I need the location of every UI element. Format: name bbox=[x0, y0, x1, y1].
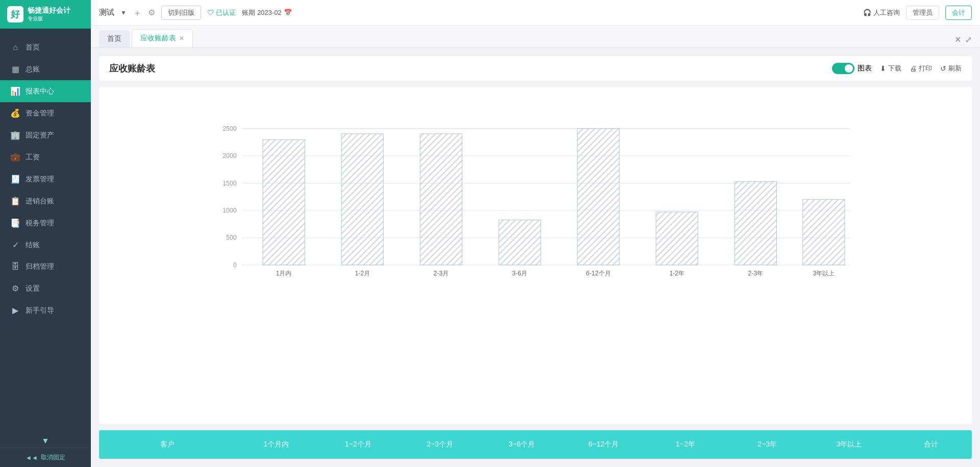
tax-icon: 📑 bbox=[10, 218, 20, 228]
certified-badge: 🛡 已认证 bbox=[207, 8, 236, 17]
bar-1月内 bbox=[263, 139, 305, 265]
col-3-6month: 3~6个月 bbox=[481, 430, 562, 459]
sidebar-item-home[interactable]: ⌂ 首页 bbox=[0, 37, 91, 58]
user-btn[interactable]: 管理员 bbox=[906, 6, 939, 20]
logo-text: 畅捷通好会计 专业版 bbox=[28, 6, 70, 22]
settings-btn[interactable]: ⚙ bbox=[148, 8, 155, 17]
calendar-icon[interactable]: 📅 bbox=[284, 9, 292, 16]
svg-text:0: 0 bbox=[233, 262, 237, 269]
svg-text:6-12个月: 6-12个月 bbox=[586, 270, 611, 277]
sidebar-item-payroll[interactable]: 💼 工资 bbox=[0, 146, 91, 168]
refresh-icon: ↺ bbox=[940, 64, 946, 73]
sidebar-item-settings[interactable]: ⚙ 设置 bbox=[0, 277, 91, 299]
switch-old-version-btn[interactable]: 切到旧版 bbox=[161, 6, 201, 20]
svg-text:2000: 2000 bbox=[223, 152, 237, 159]
app-logo: 好 畅捷通好会计 专业版 bbox=[0, 0, 91, 29]
sidebar-item-tax[interactable]: 📑 税务管理 bbox=[0, 212, 91, 234]
help-btn[interactable]: 🎧 人工咨询 bbox=[863, 8, 900, 17]
tab-expand-btn[interactable]: ⤢ bbox=[965, 35, 972, 44]
app-edition: 专业版 bbox=[28, 15, 70, 22]
cancel-fixed-icon: ◄◄ bbox=[26, 454, 38, 461]
sidebar-item-label: 税务管理 bbox=[26, 219, 54, 228]
chart-area: 0 500 1000 1500 2000 2500 1月内 bbox=[99, 87, 972, 424]
col-2-3month: 2~3个月 bbox=[399, 430, 481, 459]
page-header: 应收账龄表 图表 ⬇ 下载 🖨 打印 ↺ 刷新 bbox=[99, 56, 972, 81]
page-actions: 图表 ⬇ 下载 🖨 打印 ↺ 刷新 bbox=[832, 63, 962, 74]
sidebar-item-label: 资金管理 bbox=[26, 109, 54, 118]
tab-close-btn[interactable]: ✕ bbox=[179, 35, 184, 42]
bar-3-6月 bbox=[499, 220, 541, 265]
col-2-3year: 2~3年 bbox=[726, 430, 808, 459]
svg-text:1月内: 1月内 bbox=[276, 270, 292, 277]
bar-2-3月 bbox=[420, 134, 462, 265]
svg-text:1500: 1500 bbox=[223, 180, 237, 187]
chart-toggle-label: 图表 bbox=[857, 64, 872, 73]
tabbar-actions: ✕ ⤢ bbox=[954, 35, 972, 48]
sidebar-item-trade[interactable]: 📋 进销台账 bbox=[0, 190, 91, 212]
col-1month: 1个月内 bbox=[235, 430, 317, 459]
bar-1-2年 bbox=[656, 212, 698, 265]
sidebar: 好 畅捷通好会计 专业版 ⌂ 首页 ▦ 总账 📊 报表中心 💰 资金管理 🏢 固… bbox=[0, 0, 91, 467]
tab-aging-report-label: 应收账龄表 bbox=[140, 34, 176, 43]
logo-icon: 好 bbox=[7, 6, 23, 22]
tab-aging-report[interactable]: 应收账龄表 ✕ bbox=[132, 29, 193, 48]
cancel-fixed-label: 取消固定 bbox=[41, 453, 65, 462]
download-label: 下载 bbox=[888, 64, 901, 73]
period-display: 账期 2023-02 📅 bbox=[242, 8, 292, 17]
scroll-up-area bbox=[0, 33, 91, 37]
sidebar-item-label: 首页 bbox=[26, 43, 40, 52]
col-6-12month: 6~12个月 bbox=[562, 430, 644, 459]
invoice-icon: 🧾 bbox=[10, 174, 20, 184]
add-workspace-btn[interactable]: ＋ bbox=[133, 7, 142, 19]
payroll-icon: 💼 bbox=[10, 152, 20, 162]
refresh-btn[interactable]: ↺ 刷新 bbox=[940, 64, 962, 73]
period-value: 2023-02 bbox=[257, 9, 282, 16]
svg-text:500: 500 bbox=[226, 234, 237, 241]
sidebar-item-label: 报表中心 bbox=[26, 87, 54, 96]
svg-text:2-3年: 2-3年 bbox=[748, 270, 763, 277]
sidebar-item-label: 新手引导 bbox=[26, 306, 54, 315]
sidebar-item-ledger[interactable]: ▦ 总账 bbox=[0, 58, 91, 80]
role-btn[interactable]: 会计 bbox=[945, 6, 972, 20]
sidebar-item-reports[interactable]: 📊 报表中心 bbox=[0, 80, 91, 102]
chart-toggle[interactable] bbox=[832, 63, 854, 74]
sidebar-item-label: 工资 bbox=[26, 153, 40, 162]
page-title: 应收账龄表 bbox=[109, 62, 155, 75]
workspace-name: 测试 bbox=[99, 8, 114, 17]
sidebar-item-guide[interactable]: ▶ 新手引导 bbox=[0, 299, 91, 321]
bar-2-3年 bbox=[734, 181, 776, 265]
tab-home[interactable]: 首页 bbox=[99, 30, 130, 48]
scroll-down-btn[interactable]: ▼ bbox=[0, 434, 91, 448]
svg-text:1-2月: 1-2月 bbox=[355, 270, 370, 277]
col-customer: 客户 bbox=[99, 430, 235, 459]
tab-close-window-btn[interactable]: ✕ bbox=[954, 35, 961, 44]
svg-text:3年以上: 3年以上 bbox=[813, 270, 835, 277]
table-header: 客户 1个月内 1~2个月 2~3个月 3~6个月 6~12个月 1~2年 2~… bbox=[99, 430, 972, 459]
print-icon: 🖨 bbox=[910, 64, 917, 73]
help-label: 人工咨询 bbox=[873, 8, 900, 17]
download-icon: ⬇ bbox=[880, 64, 886, 73]
col-1-2month: 1~2个月 bbox=[317, 430, 399, 459]
sidebar-item-label: 固定资产 bbox=[26, 131, 54, 140]
sidebar-item-label: 设置 bbox=[26, 284, 40, 293]
main-area: 测试 ▼ ＋ ⚙ 切到旧版 🛡 已认证 账期 2023-02 📅 🎧 人工咨询 … bbox=[91, 0, 980, 467]
scroll-down-arrow: ▼ bbox=[41, 436, 50, 446]
workspace-dropdown-icon[interactable]: ▼ bbox=[120, 9, 127, 16]
svg-text:3-6月: 3-6月 bbox=[512, 270, 527, 277]
sidebar-item-invoice[interactable]: 🧾 发票管理 bbox=[0, 168, 91, 190]
headset-icon: 🎧 bbox=[863, 9, 871, 16]
print-btn[interactable]: 🖨 打印 bbox=[910, 64, 932, 73]
sidebar-item-funds[interactable]: 💰 资金管理 bbox=[0, 102, 91, 124]
funds-icon: 💰 bbox=[10, 108, 20, 118]
sidebar-item-archive[interactable]: 🗄 归档管理 bbox=[0, 256, 91, 277]
sidebar-item-assets[interactable]: 🏢 固定资产 bbox=[0, 124, 91, 146]
print-label: 打印 bbox=[919, 64, 932, 73]
download-btn[interactable]: ⬇ 下载 bbox=[880, 64, 901, 73]
svg-text:1-2年: 1-2年 bbox=[669, 270, 684, 277]
sidebar-item-close-accounts[interactable]: ✓ 结账 bbox=[0, 234, 91, 256]
svg-text:2-3月: 2-3月 bbox=[433, 270, 449, 277]
sidebar-item-label: 进销台账 bbox=[26, 197, 54, 206]
reports-icon: 📊 bbox=[10, 86, 20, 96]
col-3plus-year: 3年以上 bbox=[808, 430, 890, 459]
cancel-fixed-btn[interactable]: ◄◄ 取消固定 bbox=[0, 448, 91, 467]
